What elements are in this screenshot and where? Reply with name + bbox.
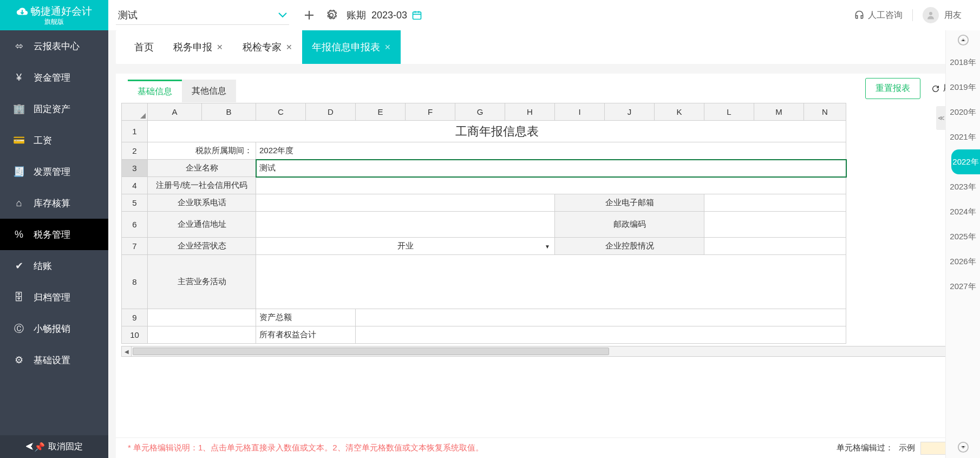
company-selector[interactable]: 测试 [116, 5, 289, 25]
row-header[interactable]: 9 [122, 309, 148, 326]
column-header[interactable]: M [754, 103, 804, 121]
address-cell[interactable] [256, 212, 555, 238]
rail-collapse-handle[interactable]: ≪ [936, 106, 946, 130]
sidebar-item-invoice[interactable]: 🧾发票管理 [0, 156, 108, 187]
row-header[interactable]: 3 [122, 160, 148, 177]
tab-home[interactable]: 首页 [125, 30, 164, 64]
column-header[interactable]: I [555, 103, 605, 121]
calendar-icon[interactable] [411, 10, 422, 21]
column-header[interactable]: L [704, 103, 754, 121]
unpin-label: 取消固定 [48, 441, 83, 453]
year-item[interactable]: 2024年 [946, 199, 980, 224]
sidebar-item-closing[interactable]: ✔结账 [0, 250, 108, 282]
row-header[interactable]: 6 [122, 212, 148, 238]
empty-cell[interactable] [148, 309, 256, 326]
tab-tax-filing[interactable]: 税务申报✕ [164, 30, 233, 64]
main-business-cell[interactable] [256, 255, 846, 309]
sidebar-item-label: 结账 [34, 260, 52, 272]
sidebar-item-label: 库存核算 [34, 197, 70, 210]
row-header[interactable]: 8 [122, 255, 148, 309]
rail-bottom-icon[interactable] [946, 436, 980, 458]
rail-top-icon[interactable] [946, 30, 980, 50]
sidebar-item-expense[interactable]: Ⓒ小畅报销 [0, 313, 108, 344]
year-item[interactable]: 2022年 [951, 149, 980, 174]
select-all-corner[interactable] [122, 103, 148, 121]
content-area: 首页 税务申报✕ 税检专家✕ 年报信息申报表✕ ✕ 基础信息 其他信息 重置报表… [108, 30, 980, 458]
row-header[interactable]: 7 [122, 238, 148, 255]
close-icon[interactable]: ✕ [286, 43, 292, 51]
year-item[interactable]: 2020年 [946, 100, 980, 125]
column-header[interactable]: H [505, 103, 555, 121]
column-header[interactable]: C [256, 103, 306, 121]
year-item[interactable]: 2026年 [946, 249, 980, 274]
column-header[interactable]: B [202, 103, 256, 121]
archive-icon: 🗄 [13, 292, 25, 303]
period-value-cell[interactable]: 2022年度 [256, 142, 846, 160]
field-label: 资产总额 [256, 309, 356, 326]
holding-cell[interactable] [704, 238, 846, 255]
sub-tab-other[interactable]: 其他信息 [182, 80, 236, 102]
year-rail: ≪ 2018年2019年2020年2021年2022年2023年2024年202… [945, 30, 980, 458]
field-label: 企业控股情况 [555, 238, 704, 255]
column-header[interactable]: J [605, 103, 655, 121]
row-header[interactable]: 2 [122, 142, 148, 160]
credit-code-cell[interactable] [256, 177, 846, 194]
column-header[interactable]: E [356, 103, 406, 121]
plus-icon[interactable] [304, 10, 314, 20]
scroll-thumb[interactable] [133, 348, 609, 355]
sidebar-item-tax[interactable]: %税务管理 [0, 219, 108, 250]
year-item[interactable]: 2019年 [946, 75, 980, 100]
row-header[interactable]: 5 [122, 194, 148, 212]
year-item[interactable]: 2025年 [946, 224, 980, 249]
close-icon[interactable]: ✕ [384, 43, 391, 51]
field-label: 企业经营状态 [148, 238, 256, 255]
year-item[interactable]: 2027年 [946, 274, 980, 299]
empty-cell[interactable] [148, 326, 256, 344]
close-icon[interactable]: ✕ [217, 43, 223, 51]
gear-icon[interactable] [326, 10, 337, 21]
row-header[interactable]: 10 [122, 326, 148, 344]
year-item[interactable]: 2023年 [946, 174, 980, 199]
tab-annual-report[interactable]: 年报信息申报表✕ [302, 30, 401, 64]
year-item[interactable]: 2018年 [946, 50, 980, 75]
building-icon: 🏢 [13, 103, 25, 115]
horizontal-scrollbar[interactable]: ◀ ▶ [121, 346, 967, 357]
close-period-icon: ✔ [13, 260, 25, 272]
reset-button[interactable]: 重置报表 [865, 78, 920, 99]
sidebar-item-salary[interactable]: 💳工资 [0, 125, 108, 156]
postcode-cell[interactable] [704, 212, 846, 238]
sidebar-item-report-center[interactable]: ⬄云报表中心 [0, 30, 108, 62]
sidebar-item-fixed-assets[interactable]: 🏢固定资产 [0, 93, 108, 125]
status-dropdown[interactable]: 开业▼ [256, 238, 555, 255]
column-header[interactable]: K [655, 103, 704, 121]
sub-tab-basic[interactable]: 基础信息 [128, 80, 182, 102]
column-header[interactable]: G [455, 103, 505, 121]
column-header[interactable]: N [804, 103, 846, 121]
sidebar-item-inventory[interactable]: ⌂库存核算 [0, 187, 108, 219]
edit-note: * 单元格编辑说明：1、点击单元格直接录入数值或文本。2、清空单元格数值或文本恢… [128, 443, 484, 453]
user-menu[interactable]: 用友 [923, 7, 972, 23]
row-header[interactable]: 1 [122, 121, 148, 142]
chevron-down-icon [278, 12, 287, 18]
email-cell[interactable] [704, 194, 846, 212]
brand-edition: 旗舰版 [44, 17, 64, 27]
edited-label: 单元格编辑过： [837, 443, 893, 453]
sidebar-item-funds[interactable]: ¥资金管理 [0, 62, 108, 93]
column-header[interactable]: A [148, 103, 202, 121]
tab-label: 首页 [134, 41, 154, 54]
column-header[interactable]: F [406, 103, 455, 121]
sidebar-unpin[interactable]: ⮜📌 取消固定 [0, 435, 108, 458]
tab-tax-expert[interactable]: 税检专家✕ [233, 30, 302, 64]
sidebar-item-archive[interactable]: 🗄归档管理 [0, 282, 108, 313]
consult-button[interactable]: 人工咨询 [854, 10, 903, 21]
column-header[interactable]: D [306, 103, 356, 121]
scroll-left-icon[interactable]: ◀ [122, 346, 132, 356]
row-header[interactable]: 4 [122, 177, 148, 194]
phone-cell[interactable] [256, 194, 555, 212]
svg-point-1 [929, 12, 932, 15]
sidebar-item-settings[interactable]: ⚙基础设置 [0, 344, 108, 376]
equity-cell[interactable] [356, 326, 846, 344]
company-name-cell[interactable]: 测试 [256, 160, 846, 177]
total-assets-cell[interactable] [356, 309, 846, 326]
year-item[interactable]: 2021年 [946, 125, 980, 149]
